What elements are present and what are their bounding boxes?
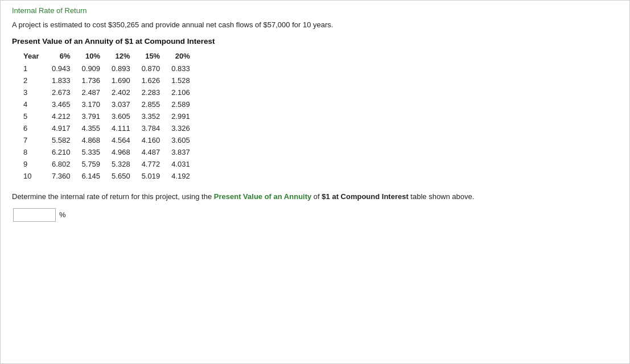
cell-value: 4.160 — [142, 134, 172, 146]
percent-label: % — [59, 210, 66, 219]
cell-value: 2.589 — [171, 98, 201, 110]
cell-value: 4.917 — [52, 122, 82, 134]
cell-value: 5.328 — [112, 158, 142, 170]
cell-value: 4.031 — [171, 158, 201, 170]
cell-value: 5.650 — [112, 170, 142, 182]
determine-text-part2: of — [311, 192, 322, 201]
cell-value: 2.106 — [171, 86, 201, 98]
cell-value: 5.582 — [52, 134, 82, 146]
cell-year: 10 — [23, 170, 52, 182]
cell-value: 0.893 — [112, 63, 142, 75]
col-header-10pct: 10% — [82, 50, 112, 63]
cell-value: 4.564 — [112, 134, 142, 146]
page-title: Internal Rate of Return — [12, 6, 618, 15]
cell-value: 2.991 — [171, 110, 201, 122]
cell-value: 2.283 — [142, 86, 172, 98]
cell-year: 6 — [23, 122, 52, 134]
cell-value: 4.487 — [142, 146, 172, 158]
irr-answer-input[interactable] — [13, 208, 56, 222]
cell-value: 4.868 — [82, 134, 112, 146]
col-header-15pct: 15% — [142, 50, 172, 63]
cell-value: 1.736 — [82, 75, 112, 86]
cell-value: 2.487 — [82, 86, 112, 98]
table-row: 86.2105.3354.9684.4873.837 — [23, 146, 201, 158]
cell-value: 4.968 — [112, 146, 142, 158]
table-row: 107.3606.1455.6505.0194.192 — [23, 170, 201, 182]
cell-value: 0.833 — [171, 63, 201, 75]
cell-year: 9 — [23, 158, 52, 170]
table-row: 32.6732.4872.4022.2832.106 — [23, 86, 201, 98]
cell-value: 3.170 — [82, 98, 112, 110]
cell-value: 2.402 — [112, 86, 142, 98]
table-row: 75.5824.8684.5644.1603.605 — [23, 134, 201, 146]
table-row: 96.8025.7595.3284.7724.031 — [23, 158, 201, 170]
cell-value: 2.855 — [142, 98, 172, 110]
cell-value: 3.352 — [142, 110, 172, 122]
cell-value: 4.212 — [52, 110, 82, 122]
cell-year: 4 — [23, 98, 52, 110]
cell-value: 0.870 — [142, 63, 172, 75]
table-row: 43.4653.1703.0372.8552.589 — [23, 98, 201, 110]
cell-value: 0.909 — [82, 63, 112, 75]
cell-value: 2.673 — [52, 86, 82, 98]
cell-year: 8 — [23, 146, 52, 158]
cell-value: 6.145 — [82, 170, 112, 182]
cell-year: 7 — [23, 134, 52, 146]
cell-value: 6.802 — [52, 158, 82, 170]
table-row: 21.8331.7361.6901.6261.528 — [23, 75, 201, 86]
cell-value: 3.326 — [171, 122, 201, 134]
determine-text-part1: Determine the internal rate of return fo… — [12, 192, 214, 201]
cell-value: 3.037 — [112, 98, 142, 110]
cell-value: 4.192 — [171, 170, 201, 182]
cell-value: 4.111 — [112, 122, 142, 134]
cell-value: 6.210 — [52, 146, 82, 158]
cell-value: 3.465 — [52, 98, 82, 110]
cell-value: 7.360 — [52, 170, 82, 182]
col-header-year: Year — [23, 50, 52, 63]
cell-year: 1 — [23, 63, 52, 75]
cell-value: 3.791 — [82, 110, 112, 122]
cell-value: 5.759 — [82, 158, 112, 170]
cell-value: 5.335 — [82, 146, 112, 158]
cell-value: 4.355 — [82, 122, 112, 134]
cell-value: 1.626 — [142, 75, 172, 86]
page-container: Internal Rate of Return A project is est… — [0, 0, 630, 364]
col-header-6pct: 6% — [52, 50, 82, 63]
cell-value: 3.605 — [112, 110, 142, 122]
cell-year: 3 — [23, 86, 52, 98]
col-header-20pct: 20% — [171, 50, 201, 63]
description: A project is estimated to cost $350,265 … — [12, 20, 618, 29]
cell-value: 3.784 — [142, 122, 172, 134]
table-row: 54.2123.7913.6053.3522.991 — [23, 110, 201, 122]
cell-year: 2 — [23, 75, 52, 86]
cell-value: 1.690 — [112, 75, 142, 86]
cell-value: 1.528 — [171, 75, 201, 86]
determine-text: Determine the internal rate of return fo… — [12, 191, 618, 202]
cell-value: 1.833 — [52, 75, 82, 86]
cell-year: 5 — [23, 110, 52, 122]
table-header-row: Year 6% 10% 12% 15% 20% — [23, 50, 201, 63]
table-title: Present Value of an Annuity of $1 at Com… — [12, 37, 618, 46]
cell-value: 5.019 — [142, 170, 172, 182]
pv-annuity-table: Year 6% 10% 12% 15% 20% 10.9430.9090.893… — [23, 50, 201, 182]
determine-highlight: Present Value of an Annuity — [214, 192, 311, 201]
cell-value: 4.772 — [142, 158, 172, 170]
determine-bold: $1 at Compound Interest — [322, 192, 408, 201]
col-header-12pct: 12% — [112, 50, 142, 63]
cell-value: 3.837 — [171, 146, 201, 158]
cell-value: 0.943 — [52, 63, 82, 75]
cell-value: 3.605 — [171, 134, 201, 146]
answer-row: % — [13, 208, 618, 222]
table-row: 64.9174.3554.1113.7843.326 — [23, 122, 201, 134]
determine-text-part3: table shown above. — [409, 192, 475, 201]
table-row: 10.9430.9090.8930.8700.833 — [23, 63, 201, 75]
